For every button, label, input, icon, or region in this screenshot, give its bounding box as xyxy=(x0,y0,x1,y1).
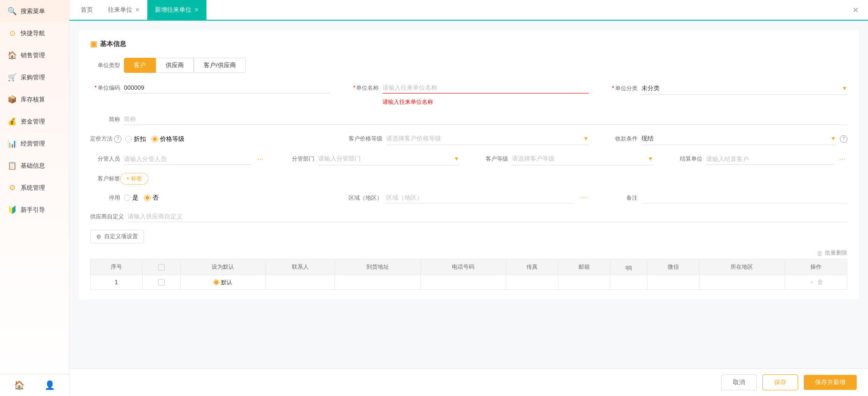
col-action: 操作 xyxy=(785,259,847,275)
settlement-unit-more-btn[interactable]: ··· xyxy=(838,155,847,163)
payment-terms-arrow: ▼ xyxy=(830,135,836,142)
sidebar-item-finance[interactable]: 💰 资金管理 xyxy=(0,110,69,132)
radio-discount[interactable]: 折扣 xyxy=(125,135,146,143)
col-address: 到货地址 xyxy=(335,259,420,275)
save-new-button[interactable]: 保存并新增 xyxy=(804,375,857,390)
row-default-label: 默认 xyxy=(221,279,232,287)
section-title-icon: ▣ xyxy=(90,39,97,48)
region-input[interactable] xyxy=(386,192,575,203)
customer-level-select[interactable]: 请选择客户等级 ▼ xyxy=(512,153,654,165)
customer-level-placeholder: 请选择客户等级 xyxy=(512,155,646,163)
customer-price-label: 客户价格等级 xyxy=(349,135,382,143)
unit-category-value: 未分类 xyxy=(641,84,840,93)
tab-new-partner[interactable]: 新增往来单位 ✕ xyxy=(147,0,206,20)
custom-settings-icon: ⚙ xyxy=(96,233,101,240)
short-name-field: 简称 xyxy=(90,114,847,125)
sidebar-item-sales[interactable]: 🏠 销售管理 xyxy=(0,44,69,66)
customer-level-arrow: ▼ xyxy=(648,155,654,162)
tab-partners-label: 往来单位 xyxy=(108,6,132,14)
custom-settings-btn[interactable]: ⚙ 自定义项设置 xyxy=(90,230,144,243)
manager-label: 分管人员 xyxy=(90,155,120,163)
sidebar-item-operations[interactable]: 📊 经营管理 xyxy=(0,132,69,155)
unit-category-label: *单位分类 xyxy=(608,85,638,93)
supplier-custom-input[interactable] xyxy=(128,211,847,222)
manager-field: 分管人员 ··· xyxy=(90,154,266,165)
unit-type-supplier[interactable]: 供应商 xyxy=(156,58,194,73)
disabled-radio-group: 是 否 xyxy=(124,194,159,202)
section-title-text: 基本信息 xyxy=(100,40,126,48)
header-checkbox[interactable] xyxy=(158,264,165,271)
cancel-button[interactable]: 取消 xyxy=(721,374,757,390)
basic-icon: 📋 xyxy=(8,161,17,170)
pricing-method-field: 定价方法 ? 折扣 价格等级 xyxy=(90,135,330,143)
region-label: 区域（地区） xyxy=(349,194,382,202)
sidebar-item-label: 经营管理 xyxy=(21,140,45,148)
manager-more-btn[interactable]: ··· xyxy=(255,155,265,163)
unit-type-label: 单位类型 xyxy=(90,62,120,70)
sidebar-item-search[interactable]: 🔍 搜索菜单 xyxy=(0,0,69,22)
department-select[interactable]: 请输入分管部门 ▼ xyxy=(318,153,460,165)
inventory-icon: 📦 xyxy=(8,95,17,104)
region-field: 区域（地区） ··· xyxy=(349,192,588,203)
col-qq: qq xyxy=(610,259,647,275)
unit-category-select[interactable]: 未分类 ▼ xyxy=(641,82,847,95)
settlement-unit-input[interactable] xyxy=(706,154,834,165)
radio-yes-label: 是 xyxy=(132,194,138,202)
tab-partners[interactable]: 往来单位 ✕ xyxy=(100,0,147,20)
tab-partners-close[interactable]: ✕ xyxy=(135,7,140,13)
short-name-input[interactable] xyxy=(124,114,847,125)
batch-delete-icon: 🗑 xyxy=(816,249,823,257)
row-default-radio[interactable] xyxy=(213,280,219,285)
tab-bar-close-btn[interactable]: ✕ xyxy=(847,6,864,15)
radio-price-level-label: 价格等级 xyxy=(160,135,184,143)
radio-no[interactable]: 否 xyxy=(144,194,159,202)
finance-icon: 💰 xyxy=(8,117,17,126)
supplier-custom-field: 供应商自定义 xyxy=(90,211,847,222)
unit-code-input[interactable] xyxy=(124,82,330,93)
content-area: ▣ 基本信息 单位类型 客户 供应商 客户/供应商 *单位编码 xyxy=(69,21,868,368)
sidebar-item-label: 库存核算 xyxy=(21,95,45,104)
radio-no-circle xyxy=(144,194,151,201)
unit-name-input[interactable] xyxy=(382,82,588,93)
sidebar-item-system[interactable]: ⚙ 系统管理 xyxy=(0,177,69,199)
col-phone: 电话号码 xyxy=(420,259,506,275)
row-delete-btn[interactable]: 🗑 xyxy=(817,278,823,286)
unit-type-row: 单位类型 客户 供应商 客户/供应商 xyxy=(90,58,847,73)
purchase-icon: 🛒 xyxy=(8,73,17,82)
sidebar-item-purchase[interactable]: 🛒 采购管理 xyxy=(0,66,69,88)
sidebar-item-inventory[interactable]: 📦 库存核算 xyxy=(0,88,69,110)
col-default: 设为默认 xyxy=(180,259,266,275)
tab-new-partner-close[interactable]: ✕ xyxy=(194,7,199,13)
sidebar: 🔍 搜索菜单 ⊙ 快捷导航 🏠 销售管理 🛒 采购管理 📦 库存核算 💰 资金管… xyxy=(0,0,69,396)
pricing-help-icon[interactable]: ? xyxy=(114,135,122,143)
customer-level-field: 客户等级 请选择客户等级 ▼ xyxy=(478,153,654,165)
unit-type-both[interactable]: 客户/供应商 xyxy=(194,58,246,73)
payment-terms-select[interactable]: 现结 ▼ xyxy=(641,132,836,145)
sidebar-item-quick-nav[interactable]: ⊙ 快捷导航 xyxy=(0,22,69,44)
contact-table: 序号 设为默认 联系人 到货地址 电话号码 传真 邮箱 qq 微信 所在地区 操… xyxy=(90,259,847,290)
row-wechat xyxy=(647,275,699,290)
row-checkbox[interactable] xyxy=(158,279,165,286)
settlement-unit-label: 结算单位 xyxy=(672,155,702,163)
remark-input[interactable] xyxy=(641,192,847,203)
sidebar-user-btn[interactable]: 👤 xyxy=(45,380,55,390)
radio-yes[interactable]: 是 xyxy=(124,194,138,202)
customer-price-select[interactable]: 请选择客户价格等级 ▼ xyxy=(386,132,588,145)
col-contact: 联系人 xyxy=(266,259,335,275)
col-fax: 传真 xyxy=(506,259,558,275)
save-button[interactable]: 保存 xyxy=(762,374,798,390)
unit-type-customer[interactable]: 客户 xyxy=(124,58,156,73)
sidebar-home-btn[interactable]: 🏠 xyxy=(14,380,24,390)
payment-terms-help[interactable]: ? xyxy=(840,135,847,143)
radio-price-level[interactable]: 价格等级 xyxy=(152,135,184,143)
row-add-btn[interactable]: ＋ xyxy=(808,278,815,286)
sidebar-item-guide[interactable]: 🔰 新手引导 xyxy=(0,199,69,221)
tab-home[interactable]: 首页 xyxy=(73,0,100,20)
row-supplier-custom: 供应商自定义 xyxy=(90,211,847,222)
sidebar-item-basic[interactable]: 📋 基础信息 xyxy=(0,155,69,177)
row-tags: 客户标签 + 标签 xyxy=(90,173,847,185)
region-more-btn[interactable]: ··· xyxy=(579,194,588,202)
manager-input[interactable] xyxy=(124,154,251,165)
row-qq xyxy=(610,275,647,290)
add-tag-btn[interactable]: + 标签 xyxy=(120,173,148,185)
